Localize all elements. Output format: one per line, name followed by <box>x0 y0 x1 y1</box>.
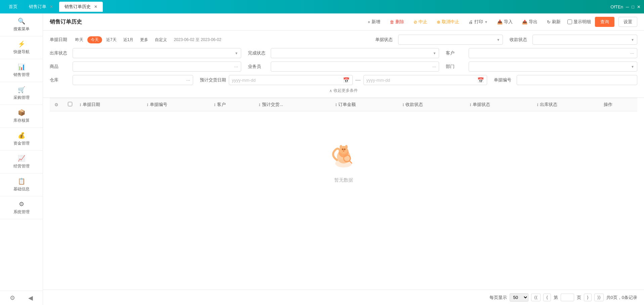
sidebar-item-inventory[interactable]: 📦 库存核算 <box>0 105 43 128</box>
current-page-input[interactable]: 1 <box>561 294 574 301</box>
import-button[interactable]: 📥 导入 <box>495 17 515 26</box>
doc-status-select[interactable]: ▼ <box>398 35 503 45</box>
tab-sales-order-history-close[interactable]: ✕ <box>94 4 97 9</box>
next-page-button[interactable]: ⟩ <box>584 294 592 301</box>
date-btn-7days[interactable]: 近7天 <box>103 36 119 43</box>
empty-state: 暂无数据 <box>50 111 637 210</box>
department-arrow: ▼ <box>631 65 634 69</box>
setting-button[interactable]: 设置 <box>618 17 637 27</box>
quicknav-icon: ⚡ <box>18 40 25 48</box>
table-header-payment-status[interactable]: ↕ 收款状态 <box>399 98 467 111</box>
filter-row-2: 出库状态 ▼ 完成状态 ▼ 客户 <box>50 48 637 58</box>
prev-page-button[interactable]: ⟨ <box>543 294 551 301</box>
tab-sales-order[interactable]: 销售订单 ✕ <box>24 2 58 12</box>
date-btn-custom[interactable]: 自定义 <box>152 36 170 43</box>
sidebar-item-search[interactable]: 🔍 搜索菜单 <box>0 13 43 36</box>
display-detail-label: 显示明细 <box>573 19 591 25</box>
table-header-doc-status[interactable]: ↕ 单据状态 <box>467 98 534 111</box>
calendar-start-icon[interactable]: 📅 <box>343 77 350 83</box>
page-title: 销售订单历史 <box>50 18 82 26</box>
doc-number-input[interactable] <box>517 75 637 85</box>
export-button[interactable]: 📤 导出 <box>519 17 540 26</box>
system-icon: ⚙ <box>19 200 24 208</box>
table-header-delivery-date[interactable]: ↕ 预计交货... <box>256 98 333 111</box>
delete-button[interactable]: 🗑 删除 <box>387 17 407 26</box>
window-close-btn[interactable]: ✕ <box>637 4 641 9</box>
product-label: 商品 <box>50 64 70 70</box>
table-header-outbound-status-label: ↕ 出库状态 <box>536 102 557 107</box>
table-header-doc-number[interactable]: ↕ 单据编号 <box>144 98 211 111</box>
first-page-button[interactable]: ⟨⟨ <box>531 294 541 301</box>
filter-item-doc-status: 单据状态 ▼ <box>375 35 503 45</box>
print-label: 打印 <box>474 19 483 25</box>
table-header-customer[interactable]: ↕ 客户 <box>211 98 256 111</box>
tab-sales-order-close[interactable]: ✕ <box>50 4 53 9</box>
select-all-checkbox[interactable] <box>68 102 72 106</box>
query-button[interactable]: 查询 <box>595 17 614 27</box>
window-min-btn[interactable]: ─ <box>626 4 629 9</box>
salesperson-input[interactable]: ··· <box>271 62 439 72</box>
stop-button[interactable]: ⊘ 中止 <box>411 17 430 26</box>
warehouse-input[interactable]: ··· <box>73 75 193 85</box>
payment-status-select[interactable]: ▼ <box>532 35 637 45</box>
main-layout: 🔍 搜索菜单 ⚡ 快捷导航 📊 销售管理 🛒 采购管理 📦 库存核算 💰 资金管… <box>0 13 644 305</box>
collapse-bar[interactable]: ∧ 收起更多条件 <box>50 86 637 93</box>
sidebar-item-purchase[interactable]: 🛒 采购管理 <box>0 82 43 105</box>
page-size-select[interactable]: 50 20 100 <box>510 293 528 302</box>
display-detail-checkbox[interactable] <box>567 20 572 24</box>
calendar-end-icon[interactable]: 📅 <box>477 77 484 83</box>
empty-state-text: 暂无数据 <box>334 177 353 183</box>
refresh-icon: ↻ <box>547 20 551 25</box>
date-btn-yesterday[interactable]: 昨天 <box>73 36 86 43</box>
page-header: 销售订单历史 + 新增 🗑 删除 ⊘ 中止 ⊗ 取消中止 <box>43 13 644 31</box>
tab-sales-order-history[interactable]: 销售订单历史 ✕ <box>59 2 103 12</box>
filter-item-warehouse: 仓库 ··· <box>50 75 193 85</box>
tab-home[interactable]: 首页 <box>3 2 23 12</box>
delivery-date-end[interactable]: yyyy-mm-dd 📅 <box>363 75 487 85</box>
sidebar-item-sales[interactable]: 📊 销售管理 <box>0 59 43 82</box>
stop-label: 中止 <box>419 19 427 25</box>
search-menu-icon: 🔍 <box>18 17 25 25</box>
refresh-button[interactable]: ↻ 刷新 <box>544 17 563 26</box>
collapse-label: 收起更多条件 <box>334 88 358 93</box>
date-btn-1month[interactable]: 近1月 <box>121 36 136 43</box>
window-max-btn[interactable]: □ <box>632 4 634 9</box>
sidebar-item-basic-info[interactable]: 📋 基础信息 <box>0 174 43 196</box>
print-button[interactable]: 🖨 打印 ▼ <box>466 17 490 26</box>
delivery-date-start[interactable]: yyyy-mm-dd 📅 <box>229 75 352 85</box>
sidebar-item-system[interactable]: ⚙ 系统管理 <box>0 196 43 219</box>
department-select[interactable]: ▼ <box>469 62 637 72</box>
product-dots-icon: ··· <box>234 64 238 69</box>
outbound-status-select[interactable]: ▼ <box>73 48 241 58</box>
sidebar-item-finance[interactable]: 💰 资金管理 <box>0 128 43 151</box>
table-header-order-amount[interactable]: ↕ 订单金额 <box>332 98 399 111</box>
cancel-stop-button[interactable]: ⊗ 取消中止 <box>434 17 462 26</box>
display-detail-toggle[interactable]: 显示明细 <box>567 19 591 25</box>
collapse-sidebar-icon[interactable]: ◀ <box>28 294 33 302</box>
table-header-doc-date-label: ↕ 单据日期 <box>79 102 100 107</box>
delete-label: 删除 <box>395 19 404 25</box>
table-header-settings[interactable]: ⚙ <box>50 98 63 111</box>
table-header-outbound-status[interactable]: ↕ 出库状态 <box>534 98 601 111</box>
table-settings-icon[interactable]: ⚙ <box>54 102 58 107</box>
customer-input[interactable]: ··· <box>469 48 637 58</box>
product-input[interactable]: ··· <box>73 62 241 72</box>
sidebar: 🔍 搜索菜单 ⚡ 快捷导航 📊 销售管理 🛒 采购管理 📦 库存核算 💰 资金管… <box>0 13 43 305</box>
table-header-doc-date[interactable]: ↕ 单据日期 <box>77 98 144 111</box>
sidebar-item-operations[interactable]: 📈 经营管理 <box>0 151 43 174</box>
doc-number-label: 单据编号 <box>494 77 514 83</box>
department-label: 部门 <box>446 64 466 70</box>
complete-status-select[interactable]: ▼ <box>271 48 439 58</box>
tab-sales-order-label: 销售订单 <box>29 4 46 10</box>
last-page-button[interactable]: ⟩⟩ <box>594 294 604 301</box>
date-btn-today[interactable]: 今天 <box>87 36 102 43</box>
settings-gear-icon[interactable]: ⚙ <box>10 294 15 302</box>
filter-row-4: 仓库 ··· 预计交货日期 yyyy-mm-dd 📅 — <box>50 75 637 85</box>
date-btn-more[interactable]: 更多 <box>137 36 151 43</box>
sidebar-item-quicknav[interactable]: ⚡ 快捷导航 <box>0 36 43 59</box>
table-header-checkbox[interactable] <box>63 98 77 111</box>
doc-status-label: 单据状态 <box>375 37 395 43</box>
new-button[interactable]: + 新增 <box>365 17 383 26</box>
page-size-label: 每页显示 <box>489 295 507 301</box>
table-header-row: ⚙ ↕ 单据日期 ↕ 单据编号 ↕ 客户 <box>50 98 637 111</box>
